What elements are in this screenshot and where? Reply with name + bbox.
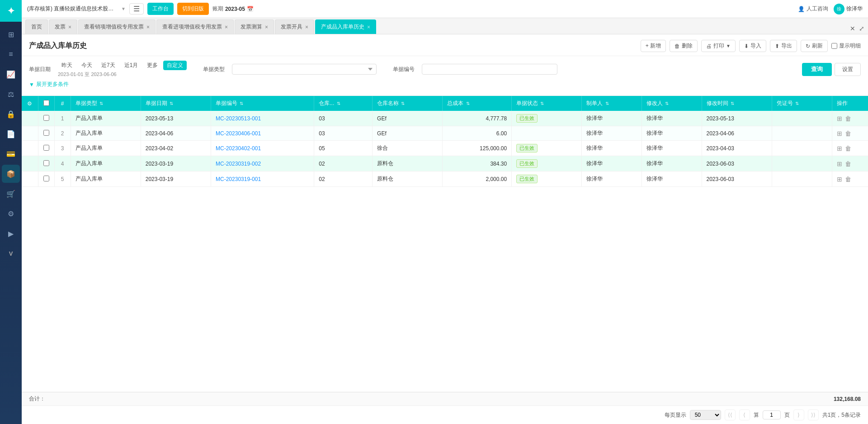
col-type-header[interactable]: 单据类型 ⇅ [71, 96, 141, 111]
new-button[interactable]: + 新增 [641, 40, 666, 52]
user-info[interactable]: 徐 徐泽华 [834, 4, 863, 14]
sidebar-item-video[interactable]: ▶ [2, 224, 20, 243]
next-page-btn[interactable]: ⟩ [793, 410, 804, 420]
tab-vat-purchase[interactable]: 查看进项增值税专用发票 × [156, 19, 234, 34]
delete-row-icon[interactable]: 🗑 [845, 115, 851, 122]
tab-vat-purchase-close[interactable]: × [225, 24, 228, 30]
show-detail-input[interactable] [831, 43, 837, 49]
tab-close-all-icon[interactable]: ✕ [850, 25, 855, 32]
tab-vat-sales[interactable]: 查看销项增值税专用发票 × [78, 19, 156, 34]
prev-page-btn[interactable]: ⟨ [739, 410, 750, 420]
tab-invoice[interactable]: 发票 × [49, 19, 77, 34]
col-wcode-header[interactable]: 仓库... ⇅ [314, 96, 373, 111]
row-checkbox[interactable] [43, 176, 49, 181]
date-btn-1month[interactable]: 近1月 [121, 61, 142, 70]
row-checkbox[interactable] [43, 160, 49, 166]
sidebar-item-invoice[interactable]: 📄 [2, 125, 20, 143]
edit-icon[interactable]: ⊞ [837, 115, 842, 122]
sidebar-item-report[interactable]: 📈 [2, 65, 20, 83]
sidebar-item-version[interactable]: V [2, 244, 20, 262]
doc-number-link[interactable]: MC-20230513-001 [216, 115, 261, 122]
col-wname-header[interactable]: 仓库名称 ⇅ [373, 96, 443, 111]
col-mtime-header[interactable]: 修改时间 ⇅ [702, 96, 772, 111]
expand-filter-button[interactable]: ▼ 展开更多条件 [29, 81, 69, 88]
doc-number-link[interactable]: MC-20230319-002 [216, 161, 261, 167]
date-btn-more[interactable]: 更多 [143, 61, 161, 70]
doc-number-link[interactable]: MC-20230406-001 [216, 130, 261, 137]
switch-button[interactable]: 切到旧版 [177, 3, 209, 15]
col-creator-header[interactable]: 制单人 ⇅ [582, 96, 642, 111]
last-page-btn[interactable]: ⟩⟩ [808, 410, 819, 420]
col-modifier-header[interactable]: 修改人 ⇅ [642, 96, 702, 111]
number-input[interactable] [422, 64, 557, 75]
col-voucher-header[interactable]: 凭证号 ⇅ [772, 96, 832, 111]
workbench-button[interactable]: 工作台 [147, 3, 174, 15]
sidebar-item-bank[interactable]: 💳 [2, 145, 20, 163]
cell-checkbox[interactable] [38, 172, 54, 187]
doc-number-link[interactable]: MC-20230319-001 [216, 176, 261, 182]
sidebar-item-journal[interactable]: ≡ [2, 45, 20, 63]
tab-maximize-icon[interactable]: ⤢ [859, 25, 864, 32]
sidebar-item-home[interactable]: ⊞ [2, 25, 20, 43]
edit-icon[interactable]: ⊞ [837, 160, 842, 167]
set-button[interactable]: 设置 [835, 63, 861, 76]
sidebar-item-assets[interactable]: 🔒 [2, 105, 20, 123]
date-btn-today[interactable]: 今天 [78, 61, 96, 70]
tab-home[interactable]: 首页 [25, 19, 48, 34]
col-checkbox-header[interactable] [38, 96, 54, 111]
tab-vat-sales-close[interactable]: × [146, 24, 150, 30]
col-number-header[interactable]: 单据编号 ⇅ [211, 96, 314, 111]
app-logo[interactable]: ✦ [0, 0, 22, 22]
sidebar-item-purchase[interactable]: 🛒 [2, 185, 20, 203]
tab-invoice-issue-close[interactable]: × [305, 24, 308, 30]
cell-checkbox[interactable] [38, 156, 54, 172]
select-all-checkbox[interactable] [43, 100, 49, 106]
col-status-header[interactable]: 单据状态 ⇅ [512, 96, 582, 111]
refresh-button[interactable]: ↻ 刷新 [801, 40, 828, 52]
delete-row-icon[interactable]: 🗑 [845, 130, 851, 137]
date-btn-custom[interactable]: 自定义 [163, 61, 187, 70]
tab-product-history[interactable]: 产成品入库单历史 × [315, 19, 376, 34]
edit-icon[interactable]: ⊞ [837, 145, 842, 152]
print-button[interactable]: 🖨 打印 ▼ [701, 40, 736, 52]
cell-wcode: 02 [314, 156, 373, 172]
doc-button[interactable]: ☰ [129, 3, 144, 14]
delete-row-icon[interactable]: 🗑 [845, 176, 851, 183]
delete-row-icon[interactable]: 🗑 [845, 160, 851, 167]
show-detail-checkbox[interactable]: 显示明细 [831, 42, 861, 50]
edit-icon[interactable]: ⊞ [837, 130, 842, 137]
date-btn-7days[interactable]: 近7天 [98, 61, 119, 70]
delete-button[interactable]: 🗑 删除 [670, 40, 698, 52]
tab-invoice-calc[interactable]: 发票测算 × [235, 19, 274, 34]
dropdown-icon[interactable]: ▼ [121, 6, 126, 11]
export-button[interactable]: ⬆ 导出 [770, 40, 797, 52]
sidebar-item-tax[interactable]: ⚖ [2, 85, 20, 103]
edit-icon[interactable]: ⊞ [837, 176, 842, 183]
col-date-header[interactable]: 单据日期 ⇅ [141, 96, 211, 111]
user-service-btn[interactable]: 👤 人工咨询 [798, 5, 828, 13]
query-button[interactable]: 查询 [802, 63, 832, 76]
page-size-select[interactable]: 50 20 100 [690, 410, 721, 420]
tab-product-history-close[interactable]: × [367, 24, 370, 30]
tab-invoice-issue[interactable]: 发票开具 × [275, 19, 314, 34]
type-select[interactable]: 产品入库单 [232, 64, 377, 75]
sidebar-item-settings[interactable]: ⚙ [2, 205, 20, 223]
date-btn-yesterday[interactable]: 昨天 [58, 61, 76, 70]
tab-invoice-calc-close[interactable]: × [265, 24, 268, 30]
col-cost-header[interactable]: 总成本 ⇅ [443, 96, 512, 111]
calendar-icon[interactable]: 📅 [247, 6, 254, 12]
row-checkbox[interactable] [43, 130, 49, 136]
cell-checkbox[interactable] [38, 111, 54, 126]
col-settings-header[interactable]: ⚙ [22, 96, 38, 111]
sidebar-item-inventory[interactable]: 📦 [2, 165, 20, 183]
import-button[interactable]: ⬇ 导入 [739, 40, 766, 52]
delete-row-icon[interactable]: 🗑 [845, 145, 851, 152]
first-page-btn[interactable]: ⟨⟨ [725, 410, 736, 420]
cell-checkbox[interactable] [38, 141, 54, 156]
cell-checkbox[interactable] [38, 126, 54, 141]
row-checkbox[interactable] [43, 115, 49, 121]
doc-number-link[interactable]: MC-20230402-001 [216, 145, 261, 152]
page-input[interactable] [763, 410, 781, 419]
tab-invoice-close[interactable]: × [68, 24, 71, 30]
row-checkbox[interactable] [43, 145, 49, 151]
